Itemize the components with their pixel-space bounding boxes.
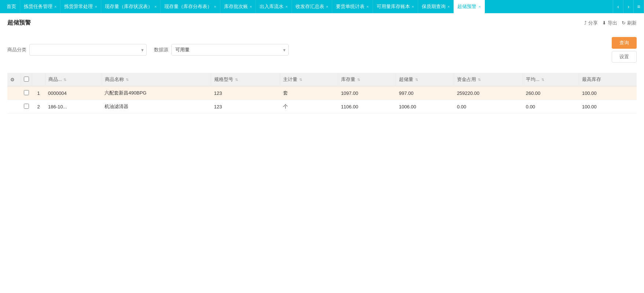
- refresh-button[interactable]: ↻ 刷新: [622, 20, 637, 26]
- close-icon[interactable]: ×: [412, 4, 414, 9]
- refresh-icon: ↻: [622, 20, 626, 26]
- page-content: 超储预警 ⤴ 分享 ⬇ 导出 ↻ 刷新 商品分类 ▾ 数据源: [0, 13, 644, 293]
- table-row: 2 186-10... 机油滤清器 123 个 1106.00 1006.00 …: [7, 100, 637, 114]
- share-icon: ⤴: [584, 20, 587, 26]
- filter-area: 商品分类 ▾ 数据源 可用量 ▾ 查询 设置: [7, 33, 637, 67]
- row-gear: [7, 86, 21, 100]
- close-icon[interactable]: ×: [366, 4, 369, 9]
- close-icon[interactable]: ×: [54, 4, 56, 9]
- nav-home[interactable]: 首页: [3, 0, 20, 13]
- col-max-stock: 最高库存: [579, 73, 637, 86]
- select-all-checkbox[interactable]: [24, 77, 29, 82]
- col-overstock-qty: 超储量 ⇅: [396, 73, 454, 86]
- export-button[interactable]: ⬇ 导出: [602, 20, 617, 26]
- col-avg: 平均... ⇅: [523, 73, 579, 86]
- row-checkbox-cell: [21, 100, 32, 114]
- col-gear: ⚙: [7, 73, 21, 86]
- row-checkbox[interactable]: [24, 90, 29, 95]
- filter-buttons: 查询 设置: [612, 37, 637, 63]
- row-unit: 套: [280, 86, 338, 100]
- row-index: 2: [32, 100, 45, 114]
- row-checkbox-cell: [21, 86, 32, 100]
- category-select[interactable]: [29, 44, 147, 56]
- category-filter: 商品分类 ▾: [7, 44, 147, 56]
- nav-menu-icon[interactable]: ≡: [634, 0, 644, 13]
- share-button[interactable]: ⤴ 分享: [584, 20, 598, 26]
- nav-flow[interactable]: 出入库流水 ×: [256, 0, 292, 13]
- row-product-code: 186-10...: [45, 100, 102, 114]
- row-overstock-qty: 997.00: [396, 86, 454, 100]
- nav-stock-status[interactable]: 现存量（库存状况表） ×: [101, 0, 161, 13]
- sort-icon[interactable]: ⇅: [299, 78, 302, 82]
- top-nav: 首页 拣货任务管理 × 拣货异常处理 × 现存量（库存状况表） × 现存量（库存…: [0, 0, 644, 13]
- close-icon[interactable]: ×: [95, 4, 97, 9]
- col-product-code: 商品... ⇅: [45, 73, 102, 86]
- row-capital-occ: 0.00: [454, 100, 523, 114]
- close-icon[interactable]: ×: [326, 4, 328, 9]
- close-icon[interactable]: ×: [154, 4, 157, 9]
- col-checkbox: [21, 73, 32, 86]
- sort-icon[interactable]: ⇅: [235, 78, 238, 82]
- row-gear: [7, 100, 21, 114]
- category-label: 商品分类: [7, 47, 26, 53]
- close-icon[interactable]: ×: [250, 4, 252, 9]
- data-table: ⚙ 商品... ⇅ 商品名称 ⇅: [7, 73, 637, 114]
- row-checkbox[interactable]: [24, 104, 29, 109]
- col-stock-qty: 库存量 ⇅: [338, 73, 396, 86]
- close-icon[interactable]: ×: [478, 4, 480, 9]
- gear-icon[interactable]: ⚙: [10, 77, 15, 82]
- sort-icon[interactable]: ⇅: [541, 78, 544, 82]
- nav-overstock[interactable]: 超储预警 ×: [454, 0, 484, 13]
- row-unit: 个: [280, 100, 338, 114]
- nav-exception[interactable]: 拣货异常处理 ×: [61, 0, 101, 13]
- row-capital-occ: 259220.00: [454, 86, 523, 100]
- page-title: 超储预警: [7, 19, 31, 27]
- export-icon: ⬇: [602, 20, 606, 26]
- nav-order-stat[interactable]: 要货单统计表 ×: [332, 0, 373, 13]
- datasource-select[interactable]: 可用量: [171, 44, 289, 56]
- datasource-select-wrapper: 可用量 ▾: [171, 44, 289, 56]
- category-select-wrapper: ▾: [29, 44, 147, 56]
- col-product-name: 商品名称 ⇅: [102, 73, 211, 86]
- close-icon[interactable]: ×: [285, 4, 288, 9]
- sort-icon[interactable]: ⇅: [478, 78, 481, 82]
- nav-quality[interactable]: 保质期查询 ×: [418, 0, 454, 13]
- close-icon[interactable]: ×: [447, 4, 450, 9]
- nav-available[interactable]: 可用量库存账本 ×: [373, 0, 418, 13]
- row-overstock-qty: 1006.00: [396, 100, 454, 114]
- sort-icon[interactable]: ⇅: [357, 78, 360, 82]
- settings-button[interactable]: 设置: [612, 51, 637, 63]
- query-button[interactable]: 查询: [612, 37, 637, 49]
- sort-icon[interactable]: ⇅: [126, 78, 129, 82]
- nav-stock-dist[interactable]: 现存量（库存分布表） ×: [161, 0, 220, 13]
- sort-icon[interactable]: ⇅: [63, 78, 66, 82]
- sort-icon[interactable]: ⇅: [415, 78, 418, 82]
- row-product-name: 机油滤清器: [102, 100, 211, 114]
- nav-arrows: ‹ › ≡: [613, 0, 644, 13]
- page-header: 超储预警 ⤴ 分享 ⬇ 导出 ↻ 刷新: [7, 19, 637, 27]
- table-row: 1 0000004 六配套新昌490BPG 123 套 1097.00 997.…: [7, 86, 637, 100]
- row-spec: 123: [211, 86, 280, 100]
- nav-task-mgmt[interactable]: 拣货任务管理 ×: [20, 0, 61, 13]
- page-actions: ⤴ 分享 ⬇ 导出 ↻ 刷新: [584, 20, 637, 26]
- col-unit: 主计量 ⇅: [280, 73, 338, 86]
- close-icon[interactable]: ×: [214, 4, 216, 9]
- nav-left-arrow[interactable]: ‹: [613, 0, 623, 13]
- row-spec: 123: [211, 100, 280, 114]
- nav-collect[interactable]: 收发存汇总表 ×: [292, 0, 332, 13]
- row-index: 1: [32, 86, 45, 100]
- row-max-stock: 100.00: [579, 86, 637, 100]
- row-avg: 0.00: [523, 100, 579, 114]
- row-product-name: 六配套新昌490BPG: [102, 86, 211, 100]
- col-capital-occ: 资金占用 ⇅: [454, 73, 523, 86]
- row-stock-qty: 1097.00: [338, 86, 396, 100]
- row-max-stock: 100.00: [579, 100, 637, 114]
- table-header-row: ⚙ 商品... ⇅ 商品名称 ⇅: [7, 73, 637, 86]
- row-product-code: 0000004: [45, 86, 102, 100]
- col-index: [32, 73, 45, 86]
- datasource-filter: 数据源 可用量 ▾: [154, 44, 289, 56]
- nav-batch[interactable]: 库存批次账 ×: [220, 0, 256, 13]
- col-spec: 规格型号 ⇅: [211, 73, 280, 86]
- nav-right-arrow[interactable]: ›: [623, 0, 634, 13]
- row-avg: 260.00: [523, 86, 579, 100]
